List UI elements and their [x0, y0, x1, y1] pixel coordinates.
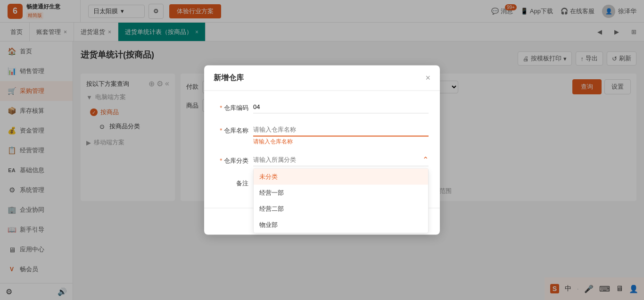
- category-input-container: ⌃: [253, 153, 429, 167]
- note-label: 备注: [215, 176, 253, 191]
- dropdown-item-dept1[interactable]: 经营一部: [254, 185, 428, 201]
- dropdown-item-uncategorized[interactable]: 未分类: [254, 169, 428, 185]
- category-dropdown: 未分类 经营一部 经营二部 物业部: [253, 168, 429, 233]
- category-input-wrap: ⌃ 未分类 经营一部 经营二部 物业部: [253, 153, 429, 167]
- name-input[interactable]: [253, 123, 429, 137]
- code-input-wrap: [253, 100, 429, 114]
- name-error-msg: 请输入仓库名称: [253, 138, 429, 146]
- form-row-code: * 仓库编码: [215, 100, 429, 116]
- modal-close-button[interactable]: ×: [425, 73, 430, 83]
- name-label: * 仓库名称: [215, 123, 253, 138]
- dropdown-item-dept2[interactable]: 经营二部: [254, 201, 428, 217]
- modal-title: 新增仓库: [214, 73, 244, 83]
- new-warehouse-modal: 新增仓库 × * 仓库编码 * 仓库名称 请输入仓库名称: [204, 66, 440, 235]
- category-input[interactable]: [253, 153, 429, 167]
- name-input-wrap: 请输入仓库名称: [253, 123, 429, 146]
- dropdown-item-dept3[interactable]: 物业部: [254, 217, 428, 233]
- code-label: * 仓库编码: [215, 100, 253, 116]
- category-label: * 仓库分类: [215, 153, 253, 168]
- modal-body: * 仓库编码 * 仓库名称 请输入仓库名称 * 仓库分类: [204, 91, 440, 208]
- form-row-name: * 仓库名称 请输入仓库名称: [215, 123, 429, 146]
- modal-header: 新增仓库 ×: [204, 66, 440, 91]
- category-toggle-icon[interactable]: ⌃: [422, 155, 429, 164]
- form-row-category: * 仓库分类 ⌃ 未分类 经营一部 经营二部 物业部: [215, 153, 429, 168]
- code-input[interactable]: [253, 100, 429, 114]
